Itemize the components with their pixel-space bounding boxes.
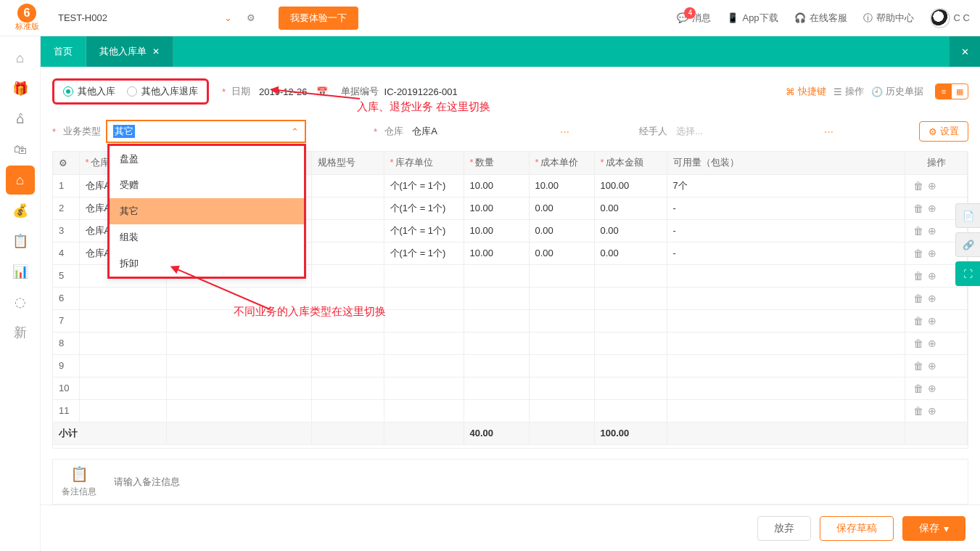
cell-price[interactable]: [529, 354, 594, 377]
copy-icon[interactable]: ⊕: [928, 383, 936, 394]
copy-icon[interactable]: ⊕: [928, 270, 936, 282]
cell-spec[interactable]: [311, 332, 384, 354]
settings-icon[interactable]: ⚙: [239, 12, 263, 23]
cell-amount[interactable]: 0.00: [594, 242, 667, 264]
cell-scan[interactable]: [166, 309, 311, 332]
cell-unit[interactable]: [384, 377, 464, 399]
delete-icon[interactable]: 🗑: [913, 248, 923, 259]
cell-qty[interactable]: [464, 377, 529, 399]
cell-amount[interactable]: 0.00: [594, 219, 667, 242]
cell-spec[interactable]: [311, 399, 384, 422]
sidebar-house-icon[interactable]: ⌂̂: [6, 105, 35, 134]
cell-spec[interactable]: [311, 309, 384, 332]
cell-qty[interactable]: 10.00: [464, 219, 529, 242]
cell-qty[interactable]: [464, 354, 529, 377]
sidebar-warehouse-icon[interactable]: ⌂: [6, 166, 35, 195]
cell-qty[interactable]: [464, 332, 529, 354]
cell-qty[interactable]: [464, 399, 529, 422]
save-button[interactable]: 保存 ▾: [902, 516, 965, 541]
sidebar-clipboard-icon[interactable]: 📋: [6, 226, 35, 256]
cell-spec[interactable]: [311, 197, 384, 219]
notes-input[interactable]: [105, 468, 968, 497]
copy-icon[interactable]: ⊕: [928, 203, 936, 214]
delete-icon[interactable]: 🗑: [913, 225, 923, 237]
delete-icon[interactable]: 🗑: [913, 180, 923, 192]
copy-icon[interactable]: ⊕: [928, 225, 936, 237]
cell-amount[interactable]: 100.00: [594, 174, 667, 197]
user-menu[interactable]: C C: [930, 8, 970, 28]
cell-warehouse[interactable]: [79, 354, 166, 377]
sidebar-home-icon[interactable]: ⌂: [6, 44, 35, 73]
more-icon[interactable]: ⋯: [560, 126, 571, 137]
cell-qty[interactable]: [464, 309, 529, 332]
operate-button[interactable]: ☰操作: [833, 85, 864, 98]
copy-icon[interactable]: ⊕: [928, 180, 936, 192]
shortcut-button[interactable]: ⌘快捷键: [786, 85, 826, 98]
copy-icon[interactable]: ⊕: [928, 293, 936, 304]
tab-home[interactable]: 首页: [41, 36, 86, 67]
settings-button[interactable]: ⚙ 设置: [919, 121, 968, 142]
sidebar-new-icon[interactable]: 新: [6, 318, 35, 347]
cell-amount[interactable]: [594, 354, 667, 377]
cell-amount[interactable]: [594, 264, 667, 287]
biz-type-select[interactable]: 其它 ⌃ 盘盈 受赠 其它 组装 拆卸: [107, 121, 305, 142]
table-row[interactable]: 6🗑⊕: [53, 287, 968, 309]
tabs-close-all[interactable]: ✕: [950, 36, 980, 67]
table-row[interactable]: 11🗑⊕: [53, 399, 968, 422]
calendar-icon[interactable]: 📅: [316, 86, 328, 97]
dropdown-option[interactable]: 组装: [110, 224, 304, 250]
cell-price[interactable]: [529, 264, 594, 287]
cell-amount[interactable]: [594, 309, 667, 332]
copy-icon[interactable]: ⊕: [928, 248, 936, 259]
cell-spec[interactable]: [311, 174, 384, 197]
app-download-button[interactable]: 📱 App下载: [727, 12, 778, 25]
save-draft-button[interactable]: 保存草稿: [820, 516, 894, 541]
cell-spec[interactable]: [311, 264, 384, 287]
cell-amount[interactable]: [594, 332, 667, 354]
delete-icon[interactable]: 🗑: [913, 405, 923, 417]
cell-unit[interactable]: [384, 354, 464, 377]
sidebar-sync-icon[interactable]: ◌: [6, 287, 35, 317]
cell-price[interactable]: [529, 332, 594, 354]
delete-icon[interactable]: 🗑: [913, 338, 923, 349]
cell-unit[interactable]: 个(1个 = 1个): [384, 242, 464, 264]
cell-unit[interactable]: [384, 264, 464, 287]
cell-amount[interactable]: 0.00: [594, 197, 667, 219]
copy-icon[interactable]: ⊕: [928, 338, 936, 349]
view-toggle-list-icon[interactable]: ≡: [936, 84, 952, 99]
try-button[interactable]: 我要体验一下: [279, 7, 358, 30]
table-row[interactable]: 7🗑⊕: [53, 309, 968, 332]
sidebar-money-icon[interactable]: 💰: [6, 196, 35, 225]
table-row[interactable]: 8🗑⊕: [53, 332, 968, 354]
dropdown-option[interactable]: 受赠: [110, 172, 304, 198]
cell-scan[interactable]: [166, 399, 311, 422]
gear-icon[interactable]: ⚙: [53, 152, 79, 174]
cell-qty[interactable]: [464, 264, 529, 287]
cell-scan[interactable]: [166, 354, 311, 377]
delete-icon[interactable]: 🗑: [913, 360, 923, 372]
more-icon[interactable]: ⋯: [824, 126, 835, 137]
delete-icon[interactable]: 🗑: [913, 203, 923, 214]
radio-other-in-return[interactable]: 其他入库退库: [127, 85, 198, 98]
history-button[interactable]: 🕘历史单据: [871, 85, 923, 98]
cell-price[interactable]: [529, 399, 594, 422]
sidebar-bag-icon[interactable]: 🛍: [6, 135, 35, 164]
cell-spec[interactable]: [311, 219, 384, 242]
messages-button[interactable]: 💬 消息 4: [677, 12, 711, 25]
cell-qty[interactable]: [464, 287, 529, 309]
warehouse-value[interactable]: 仓库A: [409, 125, 554, 138]
float-expand-icon[interactable]: ⛶: [955, 261, 980, 286]
view-toggle-grid-icon[interactable]: ▦: [952, 84, 968, 99]
dropdown-option[interactable]: 盘盈: [110, 146, 304, 172]
float-notes-icon[interactable]: 📄: [955, 203, 980, 228]
delete-icon[interactable]: 🗑: [913, 270, 923, 282]
cell-warehouse[interactable]: [79, 377, 166, 399]
cell-unit[interactable]: [384, 332, 464, 354]
cell-qty[interactable]: 10.00: [464, 174, 529, 197]
cell-qty[interactable]: 10.00: [464, 242, 529, 264]
tenant-select[interactable]: TEST-H002 ⌄: [51, 7, 239, 30]
cell-warehouse[interactable]: [79, 309, 166, 332]
cell-price[interactable]: 0.00: [529, 197, 594, 219]
cell-price[interactable]: 10.00: [529, 174, 594, 197]
view-toggle[interactable]: ≡ ▦: [935, 83, 968, 99]
